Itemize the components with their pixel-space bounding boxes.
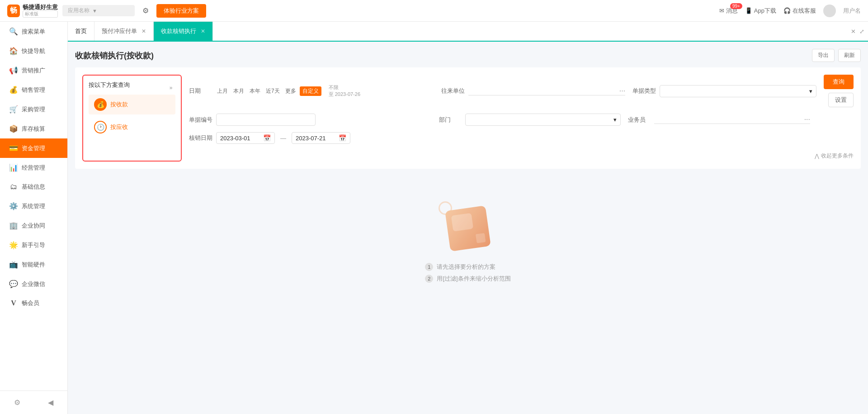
- date-unlimited: 不限: [329, 84, 360, 91]
- solution-button[interactable]: 体验行业方案: [156, 4, 206, 18]
- calendar-start-icon[interactable]: 📅: [263, 134, 271, 142]
- card-icon: 💳: [9, 144, 18, 152]
- writeoff-end-date[interactable]: 2023-07-21 📅: [292, 132, 350, 144]
- chevron-down-doc-icon: ▾: [809, 88, 812, 95]
- sidebar-item-base-info[interactable]: 🗂 基础信息: [0, 177, 67, 196]
- page-header: 收款核销执行(按收款) 导出 刷新: [75, 49, 861, 62]
- sidebar-item-operation[interactable]: 📊 经营管理: [0, 158, 67, 177]
- star-icon: 🌟: [9, 241, 18, 249]
- tab-spacer: [213, 22, 847, 41]
- sidebar-item-inventory[interactable]: 📦 库存核算: [0, 119, 67, 138]
- sidebar-item-member[interactable]: V 畅会员: [0, 294, 67, 313]
- top-bar-left: 畅 畅捷通好生意 标准版 应用名称 ▼ ⚙ 体验行业方案: [7, 4, 206, 18]
- filter-settings-button[interactable]: 设置: [828, 93, 854, 107]
- tab-collection-label: 收款核销执行: [161, 27, 196, 35]
- sidebar-item-wechat[interactable]: 💬 企业微信: [0, 274, 67, 294]
- sidebar-item-enterprise[interactable]: 🏢 企业协同: [0, 216, 67, 235]
- filter-group-doc-number: 单据编号: [189, 114, 432, 126]
- sidebar-item-quick-nav[interactable]: 🏠 快捷导航: [0, 41, 67, 61]
- filter-option-by-receivable[interactable]: 🕐 按应收: [89, 117, 175, 137]
- brand-name: 畅捷通好生意: [23, 4, 58, 11]
- tab-collection[interactable]: 收款核销执行 ✕: [154, 22, 213, 41]
- doc-number-label: 单据编号: [189, 116, 212, 124]
- filter-group-doc-type: 单据类型 ▾: [632, 85, 816, 97]
- sidebar-bottom: ⚙ ◀: [0, 390, 67, 414]
- page-title: 收款核销执行(按收款): [75, 50, 154, 61]
- shortcut-7days[interactable]: 近7天: [264, 86, 282, 96]
- receivable-icon: 🕐: [94, 121, 107, 133]
- megaphone-icon: 📢: [9, 66, 18, 75]
- refresh-button[interactable]: 刷新: [838, 49, 861, 62]
- filter-group-department: 部门 ▾: [439, 114, 621, 126]
- sidebar-item-system[interactable]: ⚙️ 系统管理: [0, 196, 67, 216]
- step-2-num: 2: [425, 275, 433, 283]
- sidebar-item-finance[interactable]: 💳 资金管理: [0, 138, 67, 158]
- customer-service-button[interactable]: 🎧 在线客服: [783, 7, 816, 15]
- shortcut-more[interactable]: 更多: [283, 86, 298, 96]
- tab-collection-close[interactable]: ✕: [201, 28, 205, 34]
- search-icon: 🔍: [9, 27, 18, 36]
- app-download-button[interactable]: 📱 App下载: [745, 7, 776, 15]
- tab-expand-icon[interactable]: ⤢: [859, 28, 864, 35]
- filter-right-panel: 日期 上月 本月 本年 近7天 更多 自定义 不限 至: [189, 75, 854, 162]
- chevron-down-icon: ▼: [92, 8, 97, 14]
- app-name-input[interactable]: 应用名称 ▼: [62, 5, 135, 16]
- collapse-more-label: 收起更多条件: [821, 152, 854, 160]
- filter-actions: 查询 设置: [824, 75, 854, 107]
- doc-number-input[interactable]: [216, 114, 316, 126]
- sidebar-settings-button[interactable]: ⚙: [10, 395, 24, 410]
- page-content: 收款核销执行(按收款) 导出 刷新 按以下方案查询 » 💰 按收款: [68, 42, 868, 414]
- empty-illustration: [439, 201, 497, 256]
- doc-type-select[interactable]: ▾: [660, 85, 816, 97]
- sidebar-item-sales[interactable]: 💰 销售管理: [0, 80, 67, 100]
- calendar-end-icon[interactable]: 📅: [339, 134, 346, 142]
- filter-option-by-receipt[interactable]: 💰 按收款: [89, 95, 175, 114]
- tab-prepay[interactable]: 预付冲应付单 ✕: [94, 22, 154, 41]
- collapse-more-btn[interactable]: ⋀ 收起更多条件: [189, 150, 854, 162]
- shortcut-this-year[interactable]: 本年: [248, 86, 262, 96]
- counterparty-more-btn[interactable]: ···: [619, 87, 625, 95]
- department-select[interactable]: ▾: [465, 114, 621, 126]
- shortcut-custom[interactable]: 自定义: [300, 86, 321, 96]
- empty-state: 1 请先选择要分析的方案 2 用[过滤]条件来缩小分析范围: [75, 174, 861, 314]
- tab-close-all-icon[interactable]: ✕: [851, 28, 856, 35]
- shortcut-last-month[interactable]: 上月: [215, 86, 230, 96]
- tab-prepay-label: 预付冲应付单: [102, 27, 137, 35]
- writeoff-date-label: 核销日期: [189, 134, 212, 142]
- sidebar-collapse-button[interactable]: ◀: [44, 395, 57, 410]
- filter-row-1: 日期 上月 本月 本年 近7天 更多 自定义 不限 至: [189, 75, 854, 107]
- shortcut-this-month[interactable]: 本月: [231, 86, 246, 96]
- query-button[interactable]: 查询: [824, 75, 854, 89]
- system-icon: ⚙️: [9, 202, 18, 210]
- sidebar-item-search-menu[interactable]: 🔍 搜索菜单: [0, 22, 67, 41]
- folder-icon: 🗂: [9, 183, 18, 191]
- app-name-text: 应用名称: [68, 7, 90, 14]
- tab-bar: 首页 预付冲应付单 ✕ 收款核销执行 ✕ ✕ ⤢: [68, 22, 868, 42]
- writeoff-start-date[interactable]: 2023-03-01 📅: [216, 132, 275, 144]
- message-icon: ✉: [719, 7, 724, 14]
- sidebar-item-smart-hw[interactable]: 📺 智能硬件: [0, 255, 67, 274]
- tv-icon: 📺: [9, 260, 18, 269]
- user-avatar[interactable]: [823, 5, 836, 17]
- messages-button[interactable]: ✉ 消息 99+: [719, 7, 738, 15]
- filter-collapse-icon[interactable]: »: [166, 85, 175, 91]
- export-button[interactable]: 导出: [812, 49, 835, 62]
- sidebar-item-marketing[interactable]: 📢 营销推广: [0, 61, 67, 80]
- settings-icon[interactable]: ⚙: [139, 5, 152, 17]
- tab-prepay-close[interactable]: ✕: [142, 28, 146, 34]
- edition-badge: 标准版: [23, 10, 58, 18]
- filter-left-panel: 按以下方案查询 » 💰 按收款 🕐 按应收: [82, 75, 182, 162]
- collapse-arrow-icon: ⋀: [815, 153, 819, 159]
- top-bar-right: ✉ 消息 99+ 📱 App下载 🎧 在线客服 用户名: [719, 5, 861, 17]
- sidebar-item-purchase[interactable]: 🛒 采购管理: [0, 100, 67, 119]
- step-1-text: 请先选择要分析的方案: [437, 263, 495, 271]
- empty-box-highlight: [451, 213, 473, 232]
- salesperson-more-btn[interactable]: ···: [804, 115, 810, 124]
- tab-home-label: 首页: [75, 27, 87, 35]
- counterparty-label: 往来单位: [441, 87, 465, 95]
- empty-deco-1: [439, 201, 452, 215]
- sidebar-item-guide[interactable]: 🌟 新手引导: [0, 235, 67, 255]
- top-bar: 畅 畅捷通好生意 标准版 应用名称 ▼ ⚙ 体验行业方案 ✉ 消息 99+ 📱 …: [0, 0, 868, 22]
- tab-home[interactable]: 首页: [68, 22, 94, 41]
- tab-controls: ✕ ⤢: [847, 22, 868, 41]
